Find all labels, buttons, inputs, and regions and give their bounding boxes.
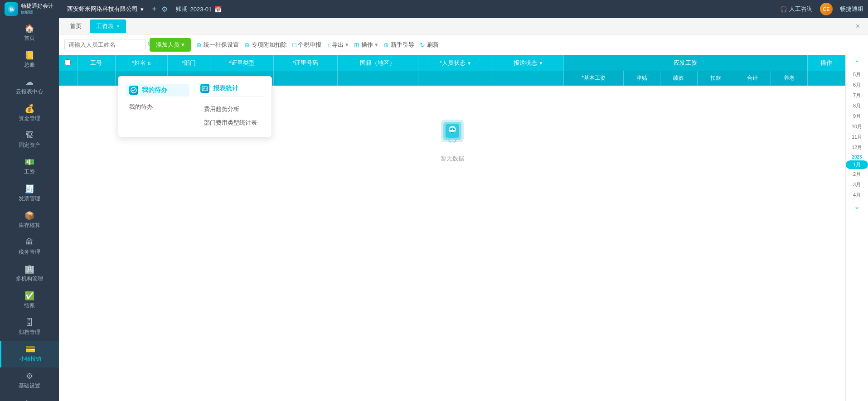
period-value: 2023-01 [190,6,212,13]
timeline-next-btn[interactable]: ⌄ [852,200,862,213]
operation-label: 操作 [361,41,373,49]
user-name: 畅捷通组 [840,5,863,13]
th-total: 合计 [734,71,771,86]
sidebar-item-basic[interactable]: ⚙ 基础设置 [0,367,59,394]
th-pension: 养老 [771,71,807,86]
tab-home[interactable]: 首页 [63,19,88,33]
company-dropdown-icon: ▾ [141,6,144,13]
company-selector[interactable]: 西安虾米网络科技有限公司 ▾ [63,3,147,15]
timeline-sidebar: ⌃ 5月 6月 7月 8月 9月 10月 11月 12月 2023 1月 2月 … [845,55,868,401]
operation-btn[interactable]: ⊞ 操作 ▾ [354,41,378,49]
guide-btn[interactable]: ⊕ 新手引导 [383,41,414,49]
sidebar-label-tax: 税务管理 [19,248,40,256]
timeline-month-8[interactable]: 8月 [846,101,868,111]
timeline-month-10[interactable]: 10月 [846,121,868,132]
tab-close-btn[interactable]: × [116,23,120,29]
settings-icon[interactable]: ⚙ [161,5,168,14]
th2-spacer10 [807,71,845,86]
sidebar-label-finance: 资金管理 [19,115,40,122]
timeline-month-5[interactable]: 5月 [846,69,868,80]
timeline-month-2[interactable]: 2月 [846,169,868,179]
dropdown-section-todo-title[interactable]: 我的待办 [126,84,189,97]
add-person-dropdown-icon: ▾ [181,41,184,48]
timeline-month-4[interactable]: 4月 [846,190,868,200]
sidebar-item-settle[interactable]: ✅ 结账 [0,287,59,314]
svg-point-7 [453,128,455,130]
my-todo-label: 我的待办 [129,103,153,110]
avatar[interactable]: CE [820,3,833,15]
search-input[interactable] [68,41,145,48]
th-name: *姓名 ⇅ [116,55,168,71]
sidebar-item-assets[interactable]: 🏗 固定资产 [0,127,59,154]
add-person-label: 添加人员 [156,41,179,49]
sidebar-label-archive: 归档管理 [19,329,40,336]
dropdown-popup: 我的待办 我的待办 [118,76,272,137]
timeline-month-1-active[interactable]: 1月 [846,160,868,169]
timeline-prev-btn[interactable]: ⌃ [852,57,862,69]
multi-icon: 🏢 [24,265,34,273]
sidebar-label-home: 首页 [24,34,35,42]
headset-icon: 🎧 [780,6,787,13]
sidebar-item-finance[interactable]: 💰 资金管理 [0,100,59,127]
xiaochang-icon: 💳 [25,345,35,353]
timeline-month-7[interactable]: 7月 [846,90,868,101]
sidebar-item-xiaochang[interactable]: 💳 小畅报销 [0,341,59,367]
export-btn[interactable]: ↑ 导出 ▾ [327,41,349,49]
special-deduction-label: 专项附加扣除 [252,41,287,49]
empty-state-text: 暂无数据 [441,155,464,163]
sidebar-item-ledger[interactable]: 📒 总账 [0,47,59,73]
sidebar-item-inventory[interactable]: 📦 库存核算 [0,207,59,234]
social-security-btn[interactable]: ⊕ 统一社保设置 [196,41,239,49]
sidebar-item-invoice[interactable]: 🧾 发票管理 [0,180,59,207]
avatar-initials: CE [823,6,829,12]
content-area: 首页 工资表 × × 🔍 添加人员 ▾ ⊕ 统一社 [59,18,868,401]
tab-bar-close-icon[interactable]: × [852,20,863,32]
select-all-checkbox[interactable] [65,59,71,65]
sidebar-label-multi: 多机构管理 [16,275,43,283]
home-icon: 🏠 [24,24,34,33]
calendar-icon[interactable]: 📅 [214,6,222,13]
timeline-month-3[interactable]: 3月 [846,179,868,190]
sidebar-item-tax[interactable]: 🏛 税务管理 [0,234,59,261]
special-deduction-btn[interactable]: ⊕ 专项附加扣除 [244,41,287,49]
sidebar-item-guide[interactable]: ▶ 新手引导 [0,394,59,401]
dept-cost-item[interactable]: 部门费用类型统计表 [200,116,264,130]
sidebar-item-salary[interactable]: 💵 工资 [0,154,59,180]
special-deduction-icon: ⊕ [244,41,250,48]
guide-action-icon: ⊕ [383,41,389,48]
add-icon[interactable]: + [152,5,157,14]
dropdown-section-reports-title[interactable]: 报表统计 [200,84,264,97]
individual-tax-label: 个税申报 [298,41,321,49]
sidebar-label-inventory: 库存核算 [19,222,40,229]
sidebar-label-reports: 云报表中心 [16,88,43,96]
search-box: 🔍 [64,39,146,50]
sidebar-item-archive[interactable]: 🗄 归档管理 [0,314,59,341]
cost-trend-item[interactable]: 费用趋势分析 [200,102,264,116]
th2-spacer9 [493,71,563,86]
refresh-btn[interactable]: ↻ 刷新 [420,41,439,49]
th2-spacer2 [77,71,116,86]
add-person-button[interactable]: 添加人员 ▾ [150,38,191,52]
support-btn[interactable]: 🎧 人工咨询 [780,5,813,13]
app-name: 畅捷通好会计 [21,3,53,9]
th2-spacer7 [337,71,418,86]
timeline-month-6[interactable]: 6月 [846,80,868,90]
main-layout: 🏠 首页 📒 总账 ☁ 云报表中心 💰 资金管理 🏗 固定资产 💵 工资 🧾 发… [0,18,868,401]
todo-section-title-text: 我的待办 [142,86,167,94]
sidebar-item-home[interactable]: 🏠 首页 [0,20,59,47]
tab-salary-table[interactable]: 工资表 × [90,19,126,33]
sidebar-item-reports[interactable]: ☁ 云报表中心 [0,73,59,100]
th-performance: 绩效 [660,71,697,86]
timeline-month-9[interactable]: 9月 [846,111,868,121]
inventory-icon: 📦 [24,212,34,220]
timeline-month-11[interactable]: 11月 [846,132,868,142]
sidebar-item-multi[interactable]: 🏢 多机构管理 [0,261,59,287]
my-todo-item[interactable]: 我的待办 [126,100,189,114]
th-payroll-group: 应发工资 [563,55,807,71]
individual-tax-btn[interactable]: □ 个税申报 [292,41,321,49]
sidebar: 🏠 首页 📒 总账 ☁ 云报表中心 💰 资金管理 🏗 固定资产 💵 工资 🧾 发… [0,18,59,401]
individual-tax-icon: □ [292,41,296,48]
timeline-month-12[interactable]: 12月 [846,142,868,153]
cost-trend-label: 费用趋势分析 [204,106,239,112]
th-checkbox[interactable] [59,55,77,71]
